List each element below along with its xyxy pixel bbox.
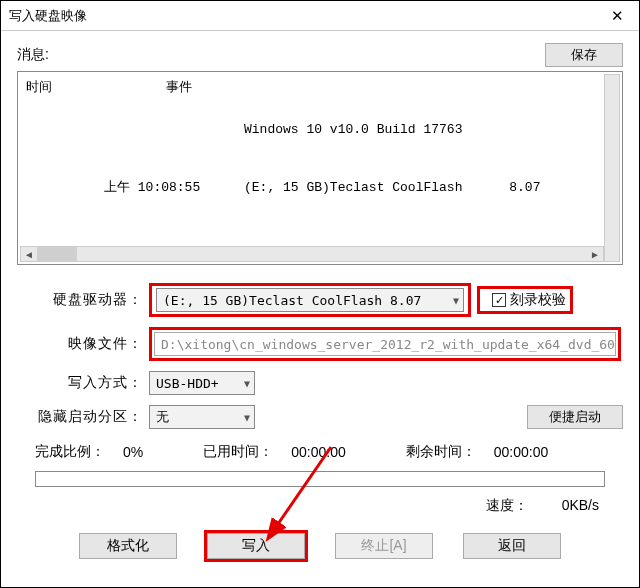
window-title: 写入硬盘映像 [9,7,87,25]
hide-boot-value: 无 [156,408,169,426]
close-icon: ✕ [611,7,624,25]
percent-segment: 完成比例： 0% [35,443,143,461]
hide-boot-combobox[interactable]: 无 ▼ [149,405,255,429]
titlebar: 写入硬盘映像 ✕ [1,1,639,31]
remaining-label: 剩余时间： [406,443,476,461]
speed-value: 0KB/s [562,497,599,513]
verify-label: 刻录校验 [510,291,566,309]
scroll-right-icon: ► [587,247,603,261]
status-row: 完成比例： 0% 已用时间： 00:00:00 剩余时间： 00:00:00 [17,443,623,461]
log-event: Windows 10 v10.0 Build 17763 [244,122,462,137]
abort-button[interactable]: 终止[A] [335,533,433,559]
save-button[interactable]: 保存 [545,43,623,67]
close-button[interactable]: ✕ [595,1,639,31]
quick-boot-button[interactable]: 便捷启动 [527,405,623,429]
percent-label: 完成比例： [35,443,105,461]
elapsed-segment: 已用时间： 00:00:00 [203,443,346,461]
format-button[interactable]: 格式化 [79,533,177,559]
scroll-left-icon: ◄ [21,247,37,261]
chevron-down-icon: ▼ [244,412,250,423]
action-row: 格式化 写入 终止[A] 返回 [17,533,623,559]
log-body: Windows 10 v10.0 Build 17763 上午 10:08:55… [18,98,622,219]
log-event: (E:, 15 GB)Teclast CoolFlash 8.07 [244,180,540,195]
chevron-down-icon: ▼ [244,378,250,389]
row-write-method: 写入方式： USB-HDD+ ▼ [17,371,623,395]
remaining-value: 00:00:00 [494,444,549,460]
speed-label: 速度： [486,497,528,513]
progress-bar [35,471,605,487]
chevron-down-icon: ▼ [453,295,459,306]
info-header-row: 消息: 保存 [17,43,623,67]
dialog-window: 写入硬盘映像 ✕ 消息: 保存 时间 事件 Windows 10 v10.0 B… [0,0,640,588]
log-box: 时间 事件 Windows 10 v10.0 Build 17763 上午 10… [17,71,623,265]
write-method-label: 写入方式： [17,374,149,392]
remaining-segment: 剩余时间： 00:00:00 [406,443,549,461]
form-area: 硬盘驱动器： (E:, 15 GB)Teclast CoolFlash 8.07… [17,283,623,429]
image-file-input[interactable]: D:\xitong\cn_windows_server_2012_r2_with… [154,332,616,356]
vertical-scrollbar[interactable] [604,74,620,262]
write-method-combobox[interactable]: USB-HDD+ ▼ [149,371,255,395]
row-image-file: 映像文件： D:\xitong\cn_windows_server_2012_r… [17,327,623,361]
elapsed-label: 已用时间： [203,443,273,461]
row-drive: 硬盘驱动器： (E:, 15 GB)Teclast CoolFlash 8.07… [17,283,623,317]
verify-checkbox[interactable]: ✓ 刻录校验 [492,291,566,309]
log-headers: 时间 事件 [18,72,622,98]
info-label: 消息: [17,46,49,64]
col-event-header: 事件 [166,78,614,96]
col-time-header: 时间 [26,78,166,96]
image-file-highlight: D:\xitong\cn_windows_server_2012_r2_with… [149,327,621,361]
drive-value: (E:, 15 GB)Teclast CoolFlash 8.07 [163,293,421,308]
log-time: 上午 10:08:55 [104,178,244,198]
write-button[interactable]: 写入 [207,533,305,559]
log-row: Windows 10 v10.0 Build 17763 [26,100,614,159]
hide-boot-label: 隐藏启动分区： [17,408,149,426]
content-area: 消息: 保存 时间 事件 Windows 10 v10.0 Build 1776… [1,31,639,567]
log-row: 上午 10:08:55(E:, 15 GB)Teclast CoolFlash … [26,159,614,218]
checkbox-icon: ✓ [492,293,506,307]
percent-value: 0% [123,444,143,460]
elapsed-value: 00:00:00 [291,444,346,460]
image-file-value: D:\xitong\cn_windows_server_2012_r2_with… [161,337,616,352]
image-file-label: 映像文件： [17,335,149,353]
scroll-thumb[interactable] [37,247,77,261]
verify-highlight: ✓ 刻录校验 [477,286,573,314]
back-button[interactable]: 返回 [463,533,561,559]
drive-highlight: (E:, 15 GB)Teclast CoolFlash 8.07 ▼ [149,283,471,317]
write-method-value: USB-HDD+ [156,376,219,391]
horizontal-scrollbar[interactable]: ◄ ► [20,246,604,262]
drive-combobox[interactable]: (E:, 15 GB)Teclast CoolFlash 8.07 ▼ [156,288,464,312]
row-hide-boot: 隐藏启动分区： 无 ▼ 便捷启动 [17,405,623,429]
drive-label: 硬盘驱动器： [17,291,149,309]
speed-row: 速度： 0KB/s [17,497,623,515]
